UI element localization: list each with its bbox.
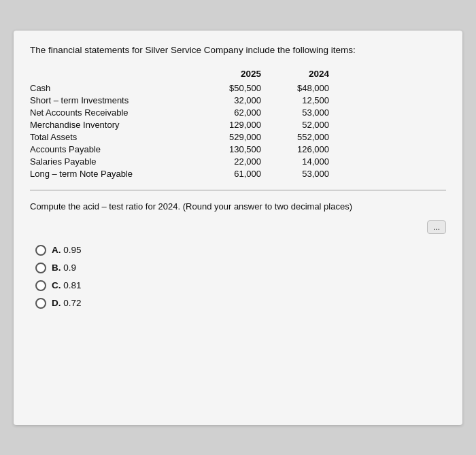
row-value-2024: 14,000 xyxy=(275,156,343,167)
row-value-2024: 12,500 xyxy=(275,95,343,105)
row-label: Long – term Note Payable xyxy=(30,169,207,179)
financial-table: 2025 2024 Cash $50,500 $48,000 Short – t… xyxy=(30,69,446,179)
table-row: Long – term Note Payable 61,000 53,000 xyxy=(30,169,446,179)
answer-option-D[interactable]: D. 0.72 xyxy=(35,298,446,309)
table-row: Net Accounts Receivable 62,000 53,000 xyxy=(30,107,446,118)
row-value-2024: 53,000 xyxy=(275,107,343,118)
row-value-2025: 62,000 xyxy=(207,107,275,118)
more-btn-row: ... xyxy=(30,220,446,234)
answer-option-B[interactable]: B. 0.9 xyxy=(35,263,446,273)
row-value-2024: $48,000 xyxy=(275,83,343,93)
radio-B[interactable] xyxy=(35,263,46,273)
row-label: Total Assets xyxy=(30,132,207,142)
row-value-2025: 22,000 xyxy=(207,156,275,167)
label-col-header xyxy=(30,69,207,79)
answer-label-B: B. 0.9 xyxy=(52,263,76,273)
table-row: Salaries Payable 22,000 14,000 xyxy=(30,156,446,167)
row-value-2025: $50,500 xyxy=(207,83,275,93)
table-rows: Cash $50,500 $48,000 Short – term Invest… xyxy=(30,83,446,179)
row-label: Merchandise Inventory xyxy=(30,120,207,130)
row-value-2024: 552,000 xyxy=(275,132,343,142)
row-label: Accounts Payable xyxy=(30,144,207,154)
answer-label-D: D. 0.72 xyxy=(52,298,82,308)
table-row: Accounts Payable 130,500 126,000 xyxy=(30,144,446,154)
answer-label-A: A. 0.95 xyxy=(52,245,82,255)
table-row: Short – term Investments 32,000 12,500 xyxy=(30,95,446,105)
table-header-row: 2025 2024 xyxy=(30,69,446,79)
row-value-2025: 130,500 xyxy=(207,144,275,154)
main-card: The financial statements for Silver Serv… xyxy=(14,31,462,425)
answer-option-C[interactable]: C. 0.81 xyxy=(35,280,446,291)
question-text: Compute the acid – test ratio for 2024. … xyxy=(30,200,446,214)
intro-text: The financial statements for Silver Serv… xyxy=(30,44,446,57)
more-button[interactable]: ... xyxy=(427,220,446,234)
radio-D[interactable] xyxy=(35,298,46,309)
table-row: Total Assets 529,000 552,000 xyxy=(30,132,446,142)
table-row: Cash $50,500 $48,000 xyxy=(30,83,446,93)
row-label: Cash xyxy=(30,83,207,93)
row-value-2025: 61,000 xyxy=(207,169,275,179)
answer-option-A[interactable]: A. 0.95 xyxy=(35,245,446,256)
row-value-2025: 129,000 xyxy=(207,120,275,130)
row-label: Short – term Investments xyxy=(30,95,207,105)
table-row: Merchandise Inventory 129,000 52,000 xyxy=(30,120,446,130)
row-value-2025: 32,000 xyxy=(207,95,275,105)
row-label: Salaries Payable xyxy=(30,156,207,167)
col-2024-header: 2024 xyxy=(275,69,343,79)
row-value-2025: 529,000 xyxy=(207,132,275,142)
divider xyxy=(30,190,446,190)
answer-label-C: C. 0.81 xyxy=(52,280,82,290)
radio-A[interactable] xyxy=(35,245,46,256)
row-value-2024: 52,000 xyxy=(275,120,343,130)
row-value-2024: 53,000 xyxy=(275,169,343,179)
answers-section: A. 0.95 B. 0.9 C. 0.81 D. 0.72 xyxy=(30,245,446,309)
row-label: Net Accounts Receivable xyxy=(30,107,207,118)
col-2025-header: 2025 xyxy=(207,69,275,79)
radio-C[interactable] xyxy=(35,280,46,291)
row-value-2024: 126,000 xyxy=(275,144,343,154)
